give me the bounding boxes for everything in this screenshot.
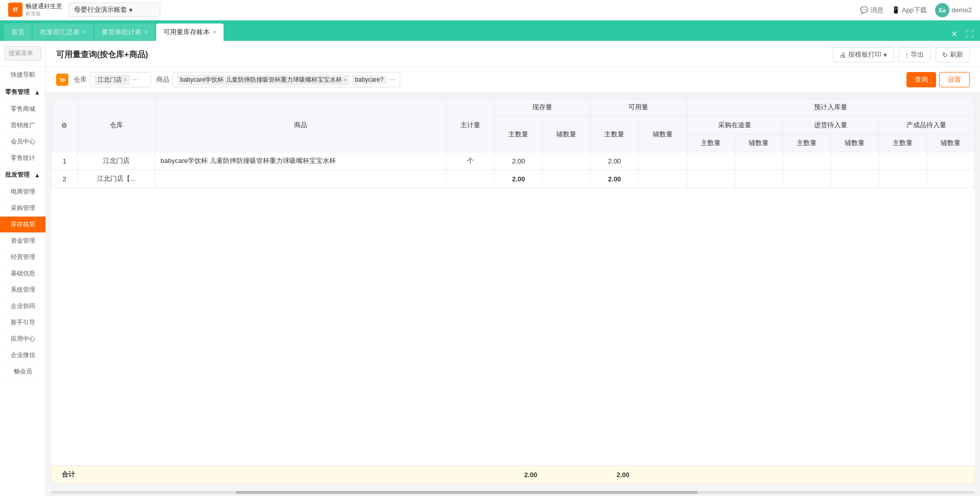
cell-avail-main-2: 2.00: [591, 170, 639, 188]
expand-icon-wholesale: ▲: [34, 172, 40, 179]
user-name: demo2: [951, 6, 972, 14]
th-avail-main: 主数量: [591, 116, 639, 152]
tab-available-stock[interactable]: 可用量库存账本 ×: [156, 23, 224, 41]
cell-prod-main-2: [878, 170, 926, 188]
th-purchase-transit: 采购在途量: [687, 116, 782, 134]
warehouse-more-dots[interactable]: ···: [132, 75, 138, 84]
sidebar-item-member-center[interactable]: 会员中心: [0, 134, 45, 150]
goods-tag-1-close[interactable]: ×: [344, 77, 347, 83]
goods-tag-2: babycare?: [352, 75, 386, 84]
cell-inb-aux-2: [830, 170, 878, 188]
filter-area: ≫ 仓库 江北门店 × ··· 商品 babycare学饮杯 儿童防摔防撞吸管杯…: [46, 67, 980, 93]
cell-avail-aux-1: [639, 152, 687, 170]
cell-curr-aux-1: [543, 152, 591, 170]
top-bar: 好 畅捷通好生意 标准版 母婴行业演示账套 ▾ 💬 消息 📱 App下载 Ea …: [0, 0, 980, 20]
sidebar-item-operation[interactable]: 经营管理: [0, 249, 45, 266]
th-available: 可用量: [591, 99, 687, 116]
footer-pur-aux: [739, 471, 785, 479]
goods-tag-2-value: babycare?: [355, 76, 383, 83]
sidebar-item-enterprise-collab[interactable]: 企业协同: [0, 298, 45, 315]
warehouse-tag: 江北门店 ×: [94, 75, 130, 85]
sidebar-item-finance[interactable]: 资金管理: [0, 233, 45, 249]
message-label: 消息: [870, 6, 884, 15]
sidebar-item-marketing[interactable]: 营销推广: [0, 117, 45, 134]
sidebar-section-retail-label: 零售管理: [5, 88, 30, 97]
footer-values: 2.00 2.00: [138, 471, 969, 479]
tab-receive-summary[interactable]: 收发存汇总表 ×: [33, 23, 93, 41]
industry-selector[interactable]: 母婴行业演示账套 ▾: [68, 3, 160, 17]
sidebar-item-stock-check[interactable]: 库存核算: [0, 217, 45, 233]
search-menu-button[interactable]: 搜索菜单: [4, 46, 41, 61]
footer-spacer-1: [138, 471, 231, 479]
print-button[interactable]: 🖨 按模板打印 ▾: [833, 47, 894, 62]
sidebar-section-wholesale[interactable]: 批发管理 ▲: [0, 167, 45, 184]
tab-close-btn[interactable]: ✕: [949, 27, 960, 41]
cell-warehouse-1: 江北门店: [78, 152, 155, 170]
filter-expand-button[interactable]: ≫: [56, 74, 68, 86]
app-download-action[interactable]: 📱 App下载: [892, 6, 927, 15]
message-action[interactable]: 💬 消息: [860, 6, 884, 15]
sidebar-item-enterprise-wechat[interactable]: 企业微信: [0, 347, 45, 364]
warehouse-tag-close[interactable]: ×: [124, 77, 127, 83]
sidebar-item-pro-member[interactable]: 畅会员: [0, 364, 45, 380]
scroll-track[interactable]: [51, 491, 975, 494]
footer-pur-main: [692, 471, 738, 479]
sidebar-item-basic-info[interactable]: 基础信息: [0, 266, 45, 282]
goods-more-dots[interactable]: ···: [388, 75, 395, 84]
tab-receive-summary-label: 收发存汇总表: [40, 28, 80, 37]
th-product-pending: 产成品待入量: [878, 116, 974, 134]
warehouse-input[interactable]: 江北门店 × ···: [90, 72, 151, 87]
cell-warehouse-2: 江北门店【...: [78, 170, 155, 188]
query-button[interactable]: 查询: [906, 72, 936, 87]
th-current-aux: 辅数量: [543, 116, 591, 152]
user-initials: Ea: [939, 7, 946, 13]
tab-order-stats-close[interactable]: ×: [144, 29, 148, 36]
scroll-thumb[interactable]: [236, 491, 698, 494]
refresh-button[interactable]: ↻ 刷新: [936, 47, 970, 62]
th-gear[interactable]: ⚙: [52, 99, 78, 152]
top-bar-right: 💬 消息 📱 App下载 Ea demo2: [860, 3, 972, 17]
logo-text-block: 畅捷通好生意 标准版: [26, 3, 62, 17]
tab-max-btn[interactable]: ⛶: [964, 28, 976, 41]
table-row: 1 江北门店 babycare学饮杯 儿童防摔防撞吸管杯重力球吸嘴杯宝宝水杯 个…: [52, 152, 975, 170]
th-inbound-pending: 进货待入量: [782, 116, 878, 134]
footer-inb-main: [785, 471, 830, 479]
sidebar-item-system[interactable]: 系统管理: [0, 282, 45, 298]
settings-button[interactable]: 设置: [939, 72, 970, 87]
sidebar-section-retail[interactable]: 零售管理 ▲: [0, 84, 45, 101]
sidebar-item-app-center[interactable]: 应用中心: [0, 331, 45, 347]
expand-icon: ▲: [34, 89, 40, 96]
cell-pur-aux-1: [734, 152, 782, 170]
cell-goods-1: babycare学饮杯 儿童防摔防撞吸管杯重力球吸嘴杯宝宝水杯: [155, 152, 447, 170]
tab-home[interactable]: 首页: [4, 23, 32, 41]
th-planned-inbound: 预计入库量: [687, 99, 974, 116]
th-current-main: 主数量: [495, 116, 543, 152]
logo-line1: 畅捷通好生意: [26, 3, 62, 10]
cell-seq-1: 1: [52, 152, 78, 170]
warehouse-filter-group: 仓库 江北门店 × ···: [74, 72, 151, 87]
tab-available-stock-close[interactable]: ×: [213, 29, 216, 36]
tab-receive-summary-close[interactable]: ×: [83, 29, 86, 36]
sidebar-item-retail-stats[interactable]: 零售统计: [0, 150, 45, 167]
tab-order-stats[interactable]: 要货单统计表 ×: [94, 23, 155, 41]
user-area[interactable]: Ea demo2: [935, 3, 972, 17]
goods-input[interactable]: babycare学饮杯 儿童防摔防撞吸管杯重力球吸嘴杯宝宝水杯 × babyca…: [173, 72, 400, 87]
tab-bar: 首页 收发存汇总表 × 要货单统计表 × 可用量库存账本 × ✕ ⛶: [0, 20, 980, 41]
sidebar-item-new-guide[interactable]: 新手引导: [0, 315, 45, 331]
footer-current-main: 2.00: [508, 471, 554, 479]
sidebar-item-quick-nav[interactable]: 快捷导航: [0, 66, 45, 84]
cell-pur-main-1: [687, 152, 734, 170]
print-dropdown-icon: ▾: [884, 51, 887, 59]
cell-pur-aux-2: [734, 170, 782, 188]
logo-area: 好 畅捷通好生意 标准版: [8, 3, 62, 17]
sidebar-item-retail-mall[interactable]: 零售商城: [0, 101, 45, 117]
footer-prod-aux: [923, 471, 969, 479]
export-button[interactable]: ↑ 导出: [899, 47, 931, 62]
th-product-aux: 辅数量: [926, 134, 974, 152]
cell-inb-aux-1: [830, 152, 878, 170]
warehouse-tag-value: 江北门店: [97, 76, 122, 84]
gear-icon: ⚙: [61, 122, 67, 129]
footer-current-aux: [554, 471, 600, 479]
sidebar-item-purchase[interactable]: 采购管理: [0, 200, 45, 217]
sidebar-item-ecom[interactable]: 电商管理: [0, 184, 45, 200]
